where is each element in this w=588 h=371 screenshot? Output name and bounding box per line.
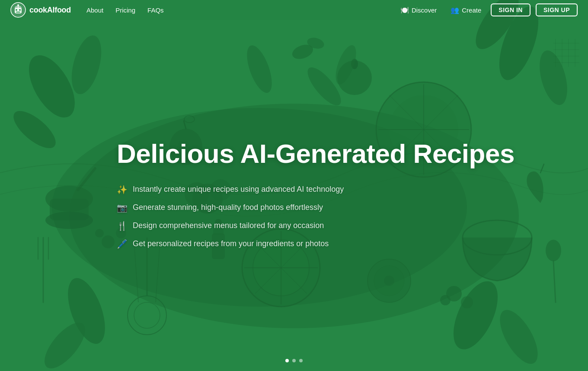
feature-item-4: 🖊️ Get personalized recipes from your in… <box>117 239 514 249</box>
nav-link-about[interactable]: About <box>81 4 109 16</box>
create-label: Create <box>462 6 481 14</box>
discover-label: Discover <box>412 6 437 14</box>
hero-title: Delicious AI-Generated Recipes <box>117 139 514 168</box>
feature-item-2: 📷 Generate stunning, high-quality food p… <box>117 203 514 213</box>
signup-button[interactable]: SIGN UP <box>536 3 578 16</box>
feature-text-4: Get personalized recipes from your ingre… <box>133 239 329 248</box>
scroll-dot-1[interactable] <box>285 359 289 362</box>
logo-text: cookAIfood <box>29 6 71 15</box>
navbar: cookAIfood About Pricing FAQs 🍽️ Discove… <box>0 0 588 20</box>
hero-section: cookAIfood About Pricing FAQs 🍽️ Discove… <box>0 0 588 371</box>
feature-item-1: ✨ Instantly create unique recipes using … <box>117 184 514 195</box>
discover-icon: 🍽️ <box>400 6 409 14</box>
signin-button[interactable]: SIGN IN <box>491 3 530 16</box>
create-icon: 👥 <box>451 6 459 14</box>
feature-item-3: 🍴 Design comprehensive menus tailored fo… <box>117 221 514 231</box>
scroll-dots <box>285 359 303 362</box>
discover-link[interactable]: 🍽️ Discover <box>396 3 441 17</box>
logo[interactable]: cookAIfood <box>10 2 71 18</box>
navbar-right: 🍽️ Discover 👥 Create SIGN IN SIGN UP <box>396 3 578 17</box>
svg-point-76 <box>16 9 17 11</box>
navbar-left: cookAIfood About Pricing FAQs <box>10 2 169 18</box>
hero-features: ✨ Instantly create unique recipes using … <box>117 184 514 249</box>
feature-text-3: Design comprehensive menus tailored for … <box>133 221 324 230</box>
feature-icon-3: 🍴 <box>117 221 128 231</box>
hero-content: Delicious AI-Generated Recipes ✨ Instant… <box>0 122 514 249</box>
feature-text-1: Instantly create unique recipes using ad… <box>133 185 344 194</box>
svg-rect-78 <box>16 12 20 13</box>
logo-icon <box>10 2 26 18</box>
scroll-dot-2[interactable] <box>292 359 296 362</box>
feature-icon-4: 🖊️ <box>117 239 128 249</box>
svg-point-77 <box>19 9 21 11</box>
nav-links: About Pricing FAQs <box>81 4 169 16</box>
feature-text-2: Generate stunning, high-quality food pho… <box>133 203 323 212</box>
scroll-dot-3[interactable] <box>299 359 303 362</box>
feature-icon-2: 📷 <box>117 203 128 213</box>
nav-link-faqs[interactable]: FAQs <box>142 4 169 16</box>
nav-link-pricing[interactable]: Pricing <box>110 4 141 16</box>
create-link[interactable]: 👥 Create <box>446 3 486 17</box>
svg-rect-75 <box>15 8 22 13</box>
feature-icon-1: ✨ <box>117 184 128 195</box>
